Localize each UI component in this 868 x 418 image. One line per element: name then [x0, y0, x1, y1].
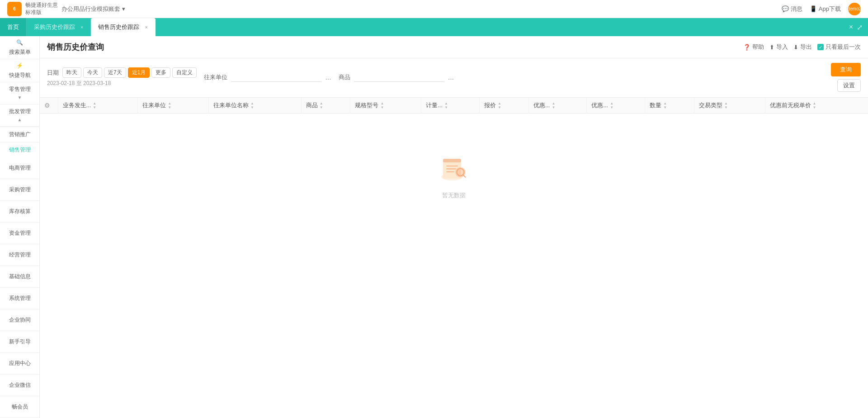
- svg-rect-2: [443, 159, 461, 162]
- import-icon: ⬆: [769, 44, 774, 51]
- page-title-bar: 销售历史价查询 ❓ 帮助 ⬆ 导入 ⬇ 导出 ✓: [47, 42, 861, 52]
- sort-arrows-biz-date[interactable]: ▲ ▼: [93, 102, 96, 109]
- sidebar-item-marketing[interactable]: 营销推广: [0, 127, 39, 142]
- date-btn-1month[interactable]: 近1月: [128, 67, 150, 78]
- quick-icon: ⚡: [16, 62, 23, 70]
- sidebar-item-guide[interactable]: 新手引导: [0, 331, 39, 353]
- tab-bar-actions: × ⤢: [844, 23, 868, 32]
- sidebar-item-system[interactable]: 系统管理: [0, 288, 39, 309]
- sidebar-item-member[interactable]: 畅会员: [0, 396, 39, 418]
- empty-state: 暂无数据: [40, 114, 868, 236]
- date-btn-7days[interactable]: 近7天: [104, 67, 126, 78]
- product-input[interactable]: [354, 73, 444, 82]
- sort-arrows-partner-code[interactable]: ▲ ▼: [168, 102, 171, 109]
- help-icon: ❓: [743, 44, 750, 51]
- sort-arrows-pretax-price[interactable]: ▲ ▼: [813, 102, 816, 109]
- top-bar-left: 6 畅捷通好生意 标准版 办公用品行业模拟账套 ▾: [7, 2, 125, 16]
- tab-bar: 首页 采购历史价跟踪 × 销售历史价跟踪 × × ⤢: [0, 18, 868, 36]
- page-title: 销售历史价查询: [47, 42, 104, 52]
- top-bar: 6 畅捷通好生意 标准版 办公用品行业模拟账套 ▾ 💬 消息 📱 App下载 d…: [0, 0, 868, 18]
- empty-icon: [436, 150, 472, 186]
- page-header: 销售历史价查询 ❓ 帮助 ⬆ 导入 ⬇ 导出 ✓: [40, 36, 868, 58]
- sort-arrows-discount1[interactable]: ▲ ▼: [552, 102, 555, 109]
- product-dots[interactable]: ...: [448, 73, 454, 81]
- account-selector[interactable]: 办公用品行业模拟账套 ▾: [61, 5, 125, 13]
- partner-filter: 往来单位 ...: [204, 73, 331, 82]
- partner-input[interactable]: [231, 73, 321, 82]
- sidebar-item-ecommerce[interactable]: 电商管理: [0, 157, 39, 179]
- col-discount2: 优惠... ▲ ▼: [587, 98, 645, 114]
- checkbox-checked-icon: ✓: [817, 44, 824, 50]
- tab-sales[interactable]: 销售历史价跟踪 ×: [91, 18, 155, 36]
- dropdown-icon: ▾: [122, 5, 125, 12]
- user-menu[interactable]: demo2: [848, 3, 861, 15]
- tab-purchase[interactable]: 采购历史价跟踪 ×: [27, 18, 91, 36]
- settings-button[interactable]: 设置: [837, 79, 861, 92]
- sort-arrows-quantity[interactable]: ▲ ▼: [663, 102, 667, 109]
- top-bar-right: 💬 消息 📱 App下载 demo2: [782, 3, 861, 15]
- sidebar-item-wholesale[interactable]: 批发管理 ▲: [0, 104, 39, 127]
- export-icon: ⬇: [793, 44, 798, 51]
- col-partner-name: 往来单位名称 ▲ ▼: [208, 98, 301, 114]
- settings-icon[interactable]: ⚙: [44, 102, 50, 109]
- sidebar-item-cooperation[interactable]: 企业协同: [0, 309, 39, 331]
- wholesale-arrow: ▲: [18, 117, 22, 123]
- date-buttons: 昨天 今天 近7天 近1月 更多 自定义: [62, 67, 197, 78]
- col-unit: 计量... ▲ ▼: [421, 98, 480, 114]
- sidebar-item-purchase[interactable]: 采购管理: [0, 179, 39, 201]
- sidebar-item-sales-mgmt[interactable]: 销售管理: [0, 142, 39, 157]
- sidebar-item-basic[interactable]: 基础信息: [0, 266, 39, 288]
- table-header-row: ⚙ 业务发生... ▲ ▼: [40, 98, 868, 114]
- help-btn[interactable]: ❓ 帮助: [743, 43, 764, 51]
- sidebar-item-app-center[interactable]: 应用中心: [0, 353, 39, 375]
- sort-arrows-price[interactable]: ▲ ▼: [498, 102, 501, 109]
- message-btn[interactable]: 💬 消息: [782, 5, 802, 13]
- sidebar-item-search[interactable]: 🔍 搜索菜单: [0, 36, 39, 59]
- product-filter: 商品 ...: [339, 73, 454, 82]
- filter-right: 查询 设置: [831, 63, 861, 92]
- sort-arrows-trade-type[interactable]: ▲ ▼: [724, 102, 728, 109]
- sidebar-item-inventory[interactable]: 库存核算: [0, 201, 39, 223]
- partner-dots[interactable]: ...: [325, 73, 331, 81]
- page-actions: ❓ 帮助 ⬆ 导入 ⬇ 导出 ✓ 只看最后一次: [743, 43, 861, 51]
- table-wrap: ⚙ 业务发生... ▲ ▼: [40, 98, 868, 418]
- date-btn-more[interactable]: 更多: [151, 67, 170, 78]
- col-partner-code: 往来单位 ▲ ▼: [138, 98, 209, 114]
- sort-arrows-unit[interactable]: ▲ ▼: [444, 102, 448, 109]
- app-download-btn[interactable]: 📱 App下载: [810, 5, 841, 13]
- date-btn-yesterday[interactable]: 昨天: [62, 67, 81, 78]
- sort-arrows-discount2[interactable]: ▲ ▼: [610, 102, 613, 109]
- export-btn[interactable]: ⬇ 导出: [793, 43, 812, 51]
- tab-purchase-close[interactable]: ×: [80, 24, 83, 30]
- sort-arrows-partner-name[interactable]: ▲ ▼: [250, 102, 254, 109]
- search-icon: 🔍: [16, 39, 23, 47]
- sidebar-item-finance[interactable]: 资金管理: [0, 223, 39, 244]
- close-window-btn[interactable]: ×: [849, 23, 853, 31]
- app-logo: 6: [7, 2, 22, 16]
- tab-home[interactable]: 首页: [0, 18, 27, 36]
- col-product: 商品 ▲ ▼: [301, 98, 350, 114]
- date-btn-today[interactable]: 今天: [83, 67, 102, 78]
- download-icon: 📱: [810, 5, 817, 12]
- content-area: 销售历史价查询 ❓ 帮助 ⬆ 导入 ⬇ 导出 ✓: [40, 36, 868, 418]
- col-quantity: 数量 ▲ ▼: [645, 98, 694, 114]
- filter-date-group: 日期 昨天 今天 近7天 近1月 更多 自定义 2023-02-18 至 202…: [47, 67, 197, 87]
- sort-arrows-product[interactable]: ▲ ▼: [320, 102, 323, 109]
- import-btn[interactable]: ⬆ 导入: [769, 43, 788, 51]
- col-spec: 规格型号 ▲ ▼: [350, 98, 421, 114]
- query-button[interactable]: 查询: [831, 63, 861, 76]
- tab-sales-close[interactable]: ×: [145, 24, 147, 30]
- sidebar-item-operations[interactable]: 经营管理: [0, 244, 39, 266]
- restore-window-btn[interactable]: ⤢: [857, 23, 863, 32]
- message-icon: 💬: [782, 5, 789, 12]
- sidebar-item-quick[interactable]: ⚡ 快捷导航: [0, 59, 39, 82]
- sort-arrows-spec[interactable]: ▲ ▼: [380, 102, 384, 109]
- sidebar-item-wechat[interactable]: 企业微信: [0, 375, 39, 396]
- date-btn-custom[interactable]: 自定义: [172, 67, 197, 78]
- sidebar-item-retail[interactable]: 零售管理 ▼: [0, 82, 39, 104]
- col-trade-type: 交易类型 ▲ ▼: [694, 98, 765, 114]
- sidebar: 🔍 搜索菜单 ⚡ 快捷导航 零售管理 ▼ 批发管理 ▲ 营销推广 销售管理 电商…: [0, 36, 40, 418]
- date-range-display: 2023-02-18 至 2023-03-18: [47, 80, 197, 87]
- col-discount1: 优惠... ▲ ▼: [528, 98, 587, 114]
- only-last-checkbox[interactable]: ✓ 只看最后一次: [817, 43, 861, 51]
